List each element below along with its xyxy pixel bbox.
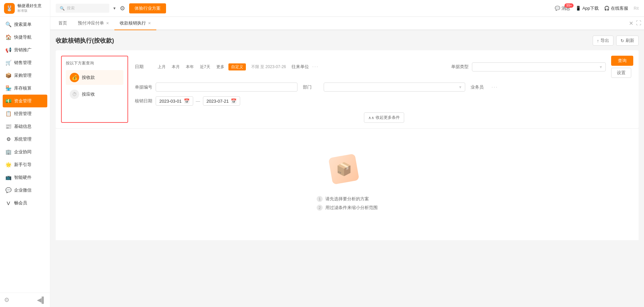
sidebar-item-system[interactable]: ⚙系统管理	[0, 133, 50, 146]
filter-option-receipt[interactable]: 💰 按收款	[66, 70, 123, 85]
solution-button[interactable]: 体验行业方案	[129, 3, 166, 13]
tabbar: 首页 预付冲应付单 ✕ 收款核销执行 ✕ ✕ ⛶	[50, 17, 644, 30]
collapse-button[interactable]: ∧∧ 收起更多条件	[364, 112, 404, 123]
sidebar-item-quicknav[interactable]: 🏠快捷导航	[0, 31, 50, 44]
doc-no-label: 单据编号	[135, 84, 153, 90]
topbar-dropdown[interactable]: ▾	[113, 6, 116, 11]
query-button[interactable]: 查询	[611, 56, 633, 66]
app-name-block: 畅捷通好生意 标准版	[17, 3, 42, 13]
sidebar-item-member[interactable]: V畅会员	[0, 197, 50, 209]
nav-icon-wechat: 💬	[5, 187, 11, 193]
doc-type-select[interactable]: ▾	[472, 62, 606, 71]
online-service-button[interactable]: 🎧 在线客服	[604, 5, 628, 11]
sidebar-item-wechat[interactable]: 💬企业微信	[0, 184, 50, 197]
setting-button[interactable]: 设置	[611, 68, 631, 78]
date-tab-7days[interactable]: 近7天	[198, 63, 212, 70]
sidebar-item-sales[interactable]: 🛒销售管理	[0, 56, 50, 69]
dept-label: 部门	[303, 84, 321, 90]
nav-icon-sales: 🛒	[5, 60, 11, 66]
dept-chevron: ▾	[459, 85, 462, 90]
nav-icon-marketing: 📢	[5, 47, 11, 53]
empty-tips: 1 请先选择要分析的方案 2 用过滤条件来缩小分析范围	[317, 196, 378, 213]
nav-icon-purchase: 📦	[5, 72, 11, 79]
verify-date-start-input[interactable]: 2023-03-01 📅	[156, 96, 193, 106]
sidebar-item-marketing[interactable]: 📢营销推广	[0, 44, 50, 56]
staff-label: 业务员	[471, 84, 489, 90]
expand-tab-icon[interactable]: ⛶	[636, 20, 641, 26]
refresh-button[interactable]: ↻ 刷新	[616, 36, 639, 46]
sidebar-item-operation[interactable]: 📋经营管理	[0, 107, 50, 120]
sidebar-item-search[interactable]: 🔍搜索菜单	[0, 18, 50, 31]
empty-tip-2: 2 用过滤条件来缩小分析范围	[317, 205, 378, 211]
sidebar-item-hardware[interactable]: 📺智能硬件	[0, 171, 50, 184]
sidebar-nav: 🔍搜索菜单🏠快捷导航📢营销推广🛒销售管理📦采购管理🏪库存核算💵资金管理📋经营管理…	[0, 17, 50, 293]
doc-no-input[interactable]	[156, 83, 298, 92]
tip-2-number: 2	[317, 205, 323, 211]
filter-row-2: 单据编号 部门 ▾ 业务员 ···	[135, 83, 633, 92]
export-button[interactable]: ↑ 导出	[593, 36, 614, 46]
staff-select[interactable]: ···	[491, 84, 498, 90]
close-tab-icon[interactable]: ✕	[629, 20, 633, 27]
sidebar-item-basic[interactable]: 📰基础信息	[0, 120, 50, 133]
date-tab-lastmonth[interactable]: 上月	[156, 63, 168, 70]
doc-type-field: 单据类型 ▾	[451, 62, 606, 71]
sidebar-item-inventory[interactable]: 🏪库存核算	[0, 82, 50, 95]
filter-option-receivable[interactable]: ⏱ 按应收	[66, 87, 123, 102]
tab-receipt[interactable]: 收款核销执行 ✕	[114, 17, 156, 30]
nav-icon-system: ⚙	[5, 136, 11, 142]
sidebar-item-guide[interactable]: 🌟新手引导	[0, 158, 50, 171]
message-button[interactable]: 💬 消息 99+	[555, 5, 570, 11]
sidebar-footer: ⚙ ◀▌	[0, 293, 50, 307]
verify-date-end-input[interactable]: 2023-07-21 📅	[203, 96, 240, 106]
receipt-option-label: 按收款	[82, 74, 95, 81]
empty-box-icon: 📦	[328, 154, 360, 185]
date-tab-custom[interactable]: 自定义	[228, 63, 246, 70]
receivable-option-label: 按应收	[82, 91, 95, 97]
sidebar: 🐰 畅捷通好生意 标准版 🔍搜索菜单🏠快捷导航📢营销推广🛒销售管理📦采购管理🏪库…	[0, 0, 50, 307]
prepay-tab-label: 预付冲应付单	[78, 20, 104, 26]
sidebar-item-corp[interactable]: 🏢企业协同	[0, 146, 50, 158]
sidebar-item-finance[interactable]: 💵资金管理	[3, 95, 47, 107]
settings-icon[interactable]: ⚙	[4, 296, 9, 304]
receipt-tab-label: 收款核销执行	[120, 20, 146, 26]
service-label: 在线客服	[611, 5, 628, 11]
date-tab-thisyear[interactable]: 本年	[184, 63, 196, 70]
collapse-sidebar-icon[interactable]: ◀▌	[37, 296, 46, 304]
sidebar-item-purchase[interactable]: 📦采购管理	[0, 69, 50, 82]
tab-home[interactable]: 首页	[53, 17, 72, 30]
app-download-button[interactable]: 📱 App下载	[576, 5, 599, 11]
date-range-separator: —	[196, 99, 200, 104]
date-field: 日期 上月 本月 本年 近7天 更多 自定义 不限 至 2023-07-26	[135, 63, 286, 70]
nav-label-wechat: 企业微信	[14, 187, 32, 193]
app-download-label: App下载	[582, 5, 599, 11]
tip-1-number: 1	[317, 196, 323, 202]
doc-type-chevron: ▾	[600, 64, 602, 69]
verify-date-field: 核销日期 2023-03-01 📅 — 2023-07-21 📅	[135, 96, 633, 106]
date-tab-more[interactable]: 更多	[214, 63, 226, 70]
tab-prepay[interactable]: 预付冲应付单 ✕	[72, 17, 114, 30]
receipt-tab-close[interactable]: ✕	[148, 21, 151, 25]
tip-1-text: 请先选择要分析的方案	[325, 196, 369, 202]
prepay-tab-close[interactable]: ✕	[106, 21, 109, 25]
topbar-gear-icon[interactable]: ⚙	[120, 5, 125, 12]
nav-icon-hardware: 📺	[5, 174, 11, 181]
filter-fields: 日期 上月 本月 本年 近7天 更多 自定义 不限 至 2023-07-26	[135, 56, 633, 123]
main-area: 🔍 搜索 ▾ ⚙ 体验行业方案 💬 消息 99+ 📱 App下载 🎧 在线客服	[50, 0, 644, 307]
topbar-search[interactable]: 🔍 搜索	[56, 4, 109, 13]
message-badge: 99+	[565, 3, 574, 8]
nav-icon-corp: 🏢	[5, 149, 11, 155]
page-header: 收款核销执行(按收款) ↑ 导出 ↻ 刷新	[56, 36, 639, 46]
staff-field: 业务员 ···	[471, 84, 633, 90]
filter-row-1: 日期 上月 本月 本年 近7天 更多 自定义 不限 至 2023-07-26	[135, 56, 633, 78]
nav-icon-basic: 📰	[5, 123, 11, 130]
date-tab-thismonth[interactable]: 本月	[170, 63, 182, 70]
verify-date-start-calendar-icon: 📅	[184, 98, 190, 104]
nav-label-quicknav: 快捷导航	[14, 34, 32, 40]
receivable-option-icon: ⏱	[70, 90, 79, 99]
doc-no-field: 单据编号	[135, 83, 298, 92]
partner-label: 往来单位	[291, 64, 310, 70]
page-title: 收款核销执行(按收款)	[56, 37, 114, 45]
user-label[interactable]: Rit	[634, 6, 639, 11]
partner-select[interactable]: ···	[312, 64, 319, 70]
dept-select[interactable]: ▾	[324, 83, 466, 92]
